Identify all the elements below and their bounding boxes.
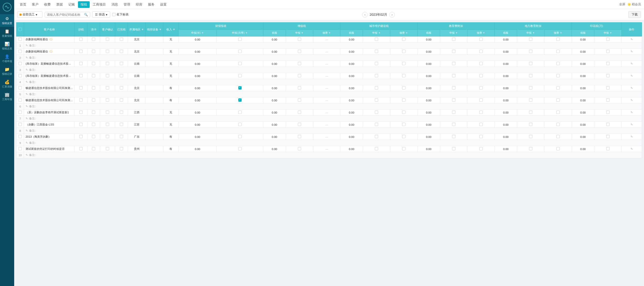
row-cb[interactable] — [529, 38, 532, 41]
row-cb[interactable] — [402, 50, 405, 53]
row-cb[interactable] — [606, 38, 610, 41]
row-cb[interactable] — [120, 86, 123, 90]
row-cb[interactable] — [238, 62, 242, 65]
row-cb[interactable] — [18, 123, 22, 126]
row-cb[interactable] — [556, 74, 560, 77]
row-cb[interactable] — [479, 62, 483, 65]
name-tag-cb[interactable] — [112, 13, 115, 16]
row-cb[interactable] — [106, 38, 109, 41]
row-cb[interactable] — [402, 111, 405, 114]
row-cb[interactable] — [106, 135, 109, 138]
row-cb[interactable] — [106, 123, 109, 126]
row-cb[interactable] — [452, 62, 455, 65]
row-cb[interactable] — [452, 98, 455, 102]
edit-icon[interactable]: ✎ — [631, 50, 633, 53]
row-cb[interactable] — [529, 135, 532, 138]
row-cb[interactable] — [606, 135, 610, 138]
row-cb[interactable] — [298, 135, 301, 138]
row-cb[interactable] — [120, 123, 123, 126]
row-cb[interactable] — [402, 98, 405, 102]
nav-invoice[interactable]: 票据 — [54, 1, 65, 8]
row-cb[interactable] — [238, 86, 242, 90]
row-cb[interactable] — [606, 74, 610, 77]
row-cb[interactable] — [79, 135, 83, 138]
row-cb[interactable] — [238, 38, 242, 41]
row-cb[interactable] — [106, 111, 109, 114]
row-cb[interactable] — [606, 86, 610, 90]
row-cb[interactable] — [375, 123, 378, 126]
sidebar-item-tax-settings[interactable]: ⚙ 报税设置 — [0, 14, 14, 27]
name-tag-checkbox[interactable]: 名下标表 — [112, 12, 129, 17]
select-all-cb[interactable] — [18, 28, 22, 31]
edit-icon[interactable]: ✎ — [631, 99, 633, 102]
edit-icon[interactable]: ✎ — [631, 86, 633, 90]
row-cb[interactable] — [18, 50, 22, 53]
row-cb[interactable] — [479, 98, 483, 102]
row-cb[interactable] — [298, 50, 301, 53]
row-cb[interactable] — [298, 123, 301, 126]
row-cb[interactable] — [556, 135, 560, 138]
row-cb[interactable] — [375, 135, 378, 138]
row-cb[interactable] — [298, 62, 301, 65]
row-cb[interactable] — [120, 98, 123, 102]
row-cb[interactable] — [120, 147, 123, 150]
prev-month-btn[interactable]: ‹ — [362, 12, 368, 17]
row-cb[interactable] — [92, 74, 95, 77]
row-cb[interactable] — [529, 50, 532, 53]
row-cb[interactable] — [402, 74, 405, 77]
next-month-btn[interactable]: › — [389, 12, 395, 17]
row-cb[interactable] — [529, 62, 532, 65]
row-cb[interactable] — [298, 86, 301, 90]
row-cb[interactable] — [375, 74, 378, 77]
row-cb[interactable] — [120, 38, 123, 41]
row-cb[interactable] — [298, 111, 301, 114]
row-cb[interactable] — [92, 147, 95, 150]
row-cb[interactable] — [556, 98, 560, 102]
row-cb[interactable] — [106, 74, 109, 77]
row-cb[interactable] — [402, 135, 405, 138]
row-cb[interactable] — [402, 147, 405, 150]
row-cb[interactable] — [79, 123, 83, 126]
row-cb[interactable] — [92, 50, 95, 53]
nav-service[interactable]: 服务 — [145, 1, 157, 8]
row-cb[interactable] — [92, 38, 95, 41]
row-cb[interactable] — [375, 111, 378, 114]
row-cb[interactable] — [18, 135, 22, 138]
row-cb[interactable] — [606, 62, 610, 65]
edit-icon[interactable]: ✎ — [631, 38, 633, 41]
row-cb[interactable] — [375, 98, 378, 102]
row-cb[interactable] — [79, 50, 83, 53]
edit-icon[interactable]: ✎ — [631, 74, 633, 77]
row-cb[interactable] — [18, 62, 22, 65]
row-cb[interactable] — [18, 74, 22, 77]
nav-billing[interactable]: 收费 — [42, 1, 53, 8]
search-input[interactable] — [47, 13, 83, 16]
row-cb[interactable] — [452, 111, 455, 114]
row-cb[interactable] — [402, 123, 405, 126]
row-cb[interactable] — [479, 74, 483, 77]
row-cb[interactable] — [529, 123, 532, 126]
row-cb[interactable] — [120, 50, 123, 53]
row-cb[interactable] — [452, 74, 455, 77]
nav-industrial[interactable]: 工商项目 — [90, 1, 108, 8]
nav-client[interactable]: 客户 — [29, 1, 41, 8]
employee-select[interactable]: 全部员工 ▾ — [17, 11, 43, 18]
row-cb[interactable] — [92, 135, 95, 138]
row-cb[interactable] — [402, 38, 405, 41]
row-cb[interactable] — [120, 135, 123, 138]
row-cb[interactable] — [452, 38, 455, 41]
row-cb[interactable] — [238, 147, 242, 150]
row-cb[interactable] — [556, 111, 560, 114]
row-cb[interactable] — [298, 38, 301, 41]
row-cb[interactable] — [106, 86, 109, 90]
row-cb[interactable] — [106, 62, 109, 65]
row-cb[interactable] — [120, 74, 123, 77]
fullscreen-btn[interactable]: 全屏 — [619, 2, 625, 7]
nav-settings[interactable]: 设置 — [158, 1, 169, 8]
row-cb[interactable] — [606, 123, 610, 126]
row-cb[interactable] — [79, 62, 83, 65]
row-cb[interactable] — [452, 147, 455, 150]
row-cb[interactable] — [606, 111, 610, 114]
sidebar-item-tax-view[interactable]: 📊 报税总览 — [0, 40, 14, 52]
row-cb[interactable] — [479, 135, 483, 138]
